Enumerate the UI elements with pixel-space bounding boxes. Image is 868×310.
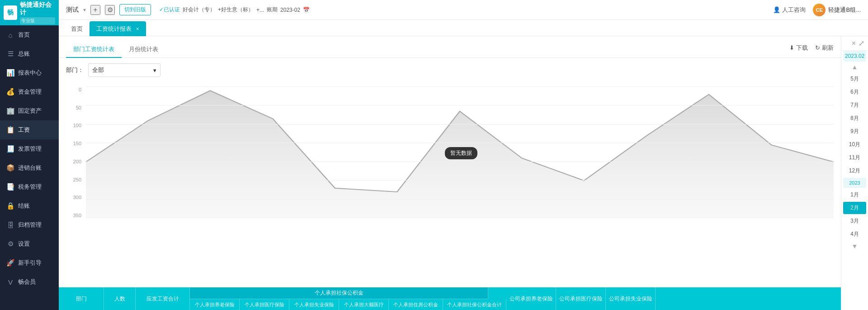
sidebar-item-guide[interactable]: 🚀 新手引导	[0, 253, 59, 272]
month-item-7[interactable]: 7月	[843, 99, 866, 111]
sidebar: 畅 畅捷通好会计 专业版 ⌂ 首页 ☰ 总账 📊 报表中心 💰 资金管理 🏢 固…	[0, 0, 59, 310]
sidebar-item-reports[interactable]: 📊 报表中心	[0, 63, 59, 82]
reports-icon: 📊	[6, 69, 14, 77]
col-people: 人数	[104, 287, 136, 310]
sidebar-item-archive[interactable]: 🗄 归档管理	[0, 215, 59, 234]
month-up-button[interactable]: ▲	[841, 62, 868, 72]
y-label-50: 50	[66, 105, 84, 110]
sub-tab-dept[interactable]: 部门工资统计表	[66, 42, 122, 58]
month-item-5[interactable]: 5月	[843, 73, 866, 85]
sidebar-item-label: 发票管理	[18, 145, 42, 153]
sidebar-item-label: 归档管理	[18, 221, 42, 229]
archive-icon: 🗄	[6, 221, 14, 229]
chart-y-axis: 350 300 250 200 150 100 50 0	[66, 87, 84, 218]
avatar: CE	[813, 4, 826, 16]
download-button[interactable]: ⬇ 下载	[789, 44, 808, 52]
year-2023-label: 2023	[843, 178, 866, 188]
col-company-pension: 公司承担养老保险	[506, 287, 556, 310]
sub-tabbar: 部门工资统计表 月份统计表 ⬇ 下载 ↻ 刷新	[59, 36, 841, 58]
year-display[interactable]: 2023.02	[843, 51, 866, 62]
dept-filter-select[interactable]: 全部 ▾	[88, 63, 160, 77]
tabbar: 首页 工资统计报表 ×	[59, 20, 868, 36]
more-status: +...	[256, 7, 264, 13]
refresh-icon: ↻	[815, 44, 820, 51]
chart-container: 350 300 250 200 150 100 50 0	[66, 87, 834, 232]
month-down-button[interactable]: ▼	[841, 241, 868, 252]
sidebar-item-salary[interactable]: 📋 工资	[0, 120, 59, 139]
help-icon: 👤	[773, 6, 780, 13]
tab-close-icon[interactable]: ×	[136, 26, 139, 32]
sidebar-item-label: 新手引导	[18, 259, 42, 267]
month-item-1-2023[interactable]: 1月	[843, 189, 866, 201]
chart-svg	[86, 87, 834, 218]
account-type: 好会计（专）	[183, 6, 215, 14]
switch-version-button[interactable]: 切到旧版	[119, 4, 151, 15]
filter-bar: 部门： 全部 ▾	[59, 58, 841, 82]
username: 轻捷通B组...	[828, 6, 861, 14]
sidebar-item-tax[interactable]: 📑 税务管理	[0, 177, 59, 196]
month-item-11[interactable]: 11月	[843, 152, 866, 164]
topbar-right: 👤 人工咨询 CE 轻捷通B组...	[773, 4, 861, 16]
sidebar-item-funds[interactable]: 💰 资金管理	[0, 82, 59, 101]
salary-icon: 📋	[6, 126, 14, 134]
ledger-icon: ☰	[6, 50, 14, 58]
period-value: 2023-02	[280, 7, 300, 13]
col-dept: 部门	[59, 287, 104, 310]
month-item-10[interactable]: 10月	[843, 138, 866, 151]
sidebar-item-sales[interactable]: 📦 进销台账	[0, 158, 59, 177]
month-item-9[interactable]: 9月	[843, 125, 866, 138]
close-panel-button[interactable]: ×	[852, 39, 856, 48]
month-item-12[interactable]: 12月	[843, 165, 866, 177]
refresh-button[interactable]: ↻ 刷新	[815, 44, 834, 52]
col-total-salary: 应发工资合计	[136, 287, 190, 310]
sub-tab-monthly[interactable]: 月份统计表	[122, 42, 165, 58]
right-panel: × ⤢ 2023.02 ▲ 5月 6月 7月 8月 9月 10月 11月 12月…	[841, 36, 868, 310]
sidebar-item-invoice[interactable]: 🧾 发票管理	[0, 139, 59, 158]
help-button[interactable]: 👤 人工咨询	[773, 6, 806, 14]
assets-icon: 🏢	[6, 107, 14, 115]
tab-salary-report[interactable]: 工资统计报表 ×	[90, 21, 146, 36]
sidebar-item-label: 报表中心	[18, 69, 42, 77]
chart-body: 暂无数据	[86, 87, 834, 218]
company-dropdown-icon[interactable]: ▾	[83, 7, 86, 13]
col-group-personal-insurance: 个人承担社保公积金 个人承担养老保险 个人承担医疗保险 个人承担失业保险	[190, 287, 506, 310]
sidebar-item-ledger[interactable]: ☰ 总账	[0, 44, 59, 63]
sidebar-item-label: 设置	[18, 240, 30, 248]
month-item-2-2023[interactable]: 2月	[843, 202, 866, 214]
grid-line-300	[86, 105, 834, 105]
month-item-6[interactable]: 6月	[843, 86, 866, 98]
calendar-icon[interactable]: 📅	[303, 7, 310, 13]
month-item-4-2023[interactable]: 4月	[843, 228, 866, 240]
user-menu[interactable]: CE 轻捷通B组...	[813, 4, 861, 16]
month-item-8[interactable]: 8月	[843, 112, 866, 124]
dept-filter-label: 部门：	[66, 66, 84, 74]
sub-col-housing-fund: 个人承担住房公积金	[389, 299, 443, 310]
sidebar-item-settings[interactable]: ⚙ 设置	[0, 234, 59, 253]
member-icon: V	[6, 278, 14, 286]
sub-col-medical: 个人承担医疗保险	[240, 299, 289, 310]
y-label-350: 350	[66, 213, 84, 218]
sidebar-item-assets[interactable]: 🏢 固定资产	[0, 101, 59, 120]
logo-name: 畅捷通好会计	[20, 1, 55, 16]
sidebar-item-close[interactable]: 🔒 结账	[0, 196, 59, 215]
expand-panel-button[interactable]: ⤢	[859, 39, 864, 48]
main-area: 测试 ▾ + ⚙ 切到旧版 ✓已认证 好会计（专） +好生意（标） +... 账…	[59, 0, 868, 310]
month-item-3-2023[interactable]: 3月	[843, 215, 866, 227]
tab-home[interactable]: 首页	[66, 21, 88, 36]
y-label-150: 150	[66, 141, 84, 146]
sidebar-item-member[interactable]: V 畅会员	[0, 272, 59, 291]
grid-line-0	[86, 218, 834, 218]
logo-icon: 畅	[4, 5, 17, 20]
chevron-down-icon: ▾	[153, 67, 156, 74]
sub-col-major-medical: 个人承担大额医疗	[339, 299, 389, 310]
sub-col-pension: 个人承担养老保险	[190, 299, 240, 310]
add-company-button[interactable]: +	[90, 5, 100, 15]
col-company-unemployment: 公司承担失业保险	[606, 287, 656, 310]
settings-button[interactable]: ⚙	[105, 5, 115, 15]
download-icon: ⬇	[789, 44, 794, 51]
sidebar-item-label: 首页	[18, 31, 30, 39]
sidebar-item-home[interactable]: ⌂ 首页	[0, 25, 59, 44]
sidebar-item-label: 税务管理	[18, 183, 42, 191]
logo-sub: 专业版	[20, 17, 55, 24]
business-type: +好生意（标）	[218, 6, 254, 14]
